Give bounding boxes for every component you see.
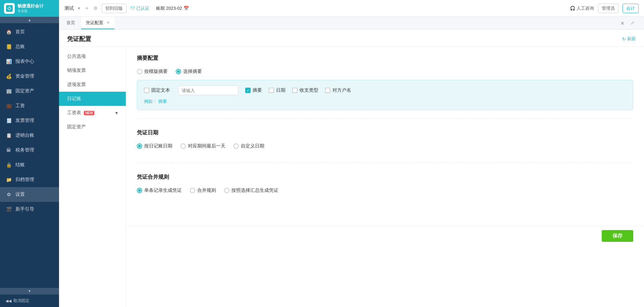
merge-radio-select-merge[interactable]: 按照选择汇总生成凭证 xyxy=(224,187,278,193)
sidebar-item-label: 结账 xyxy=(15,162,25,168)
sidebar-item-funds[interactable]: 💰 资金管理 xyxy=(0,69,59,84)
tax-icon: 🏛 xyxy=(5,147,12,154)
left-nav-purchase-invoice-label: 进项发票 xyxy=(67,82,86,87)
fixed-text-input[interactable] xyxy=(178,86,238,95)
close-panel-btn[interactable]: ✕ xyxy=(620,20,625,27)
sidebar-item-guide[interactable]: 🎬 新手引导 xyxy=(0,202,59,217)
refresh-icon: ↻ xyxy=(622,37,626,42)
assets-icon: 🏢 xyxy=(5,88,12,94)
left-nav-fixed-assets[interactable]: 固定资产 xyxy=(59,120,126,134)
date-radio-journal[interactable]: 按日记账日期 xyxy=(137,143,172,149)
sidebar-item-invoices[interactable]: 🧾 发票管理 xyxy=(0,113,59,128)
save-button[interactable]: 保存 xyxy=(602,230,633,242)
merge-radio-single[interactable]: 单条记录生成凭证 xyxy=(137,187,182,193)
sidebar-item-tax[interactable]: 🏛 税务管理 xyxy=(0,143,59,158)
calendar-icon[interactable]: 📅 xyxy=(183,6,189,11)
refresh-btn[interactable]: ↻ 刷新 xyxy=(622,36,636,42)
summary-radio-select[interactable]: 选择摘要 xyxy=(176,69,202,75)
left-nav-public[interactable]: 公共选项 xyxy=(59,49,126,63)
payment-type-checkbox xyxy=(292,88,298,93)
right-scroll: 摘要配置 按模版摘要 选择摘要 xyxy=(126,47,644,226)
sidebar-item-reports[interactable]: 📊 报表中心 xyxy=(0,54,59,69)
tab-voucher-config[interactable]: 凭证配置 ✕ xyxy=(81,17,114,29)
sidebar-scroll-up[interactable]: ▲ xyxy=(0,17,59,23)
archive-icon: 📁 xyxy=(5,176,12,183)
tab-home[interactable]: 首页 xyxy=(62,17,80,29)
accountant-btn[interactable]: 会计 xyxy=(623,4,639,13)
sidebar-item-label: 归档管理 xyxy=(15,177,34,183)
summary-title: 摘要配置 xyxy=(137,55,633,62)
left-nav-sales-invoice-label: 销项发票 xyxy=(67,68,86,73)
checkbox-counterpart[interactable]: 对方户名 xyxy=(325,87,351,93)
merge-radio-rules[interactable]: 合并规则 xyxy=(190,187,216,193)
left-nav-fixed-assets-label: 固定资产 xyxy=(67,124,86,129)
date-title: 凭证日期 xyxy=(137,129,633,136)
merge-title: 凭证合并规则 xyxy=(137,174,633,181)
topbar: 测试 ▾ ＋ ⚙ 切到旧版 🛡 已认证 账期 2023-02 📅 🎧 人工咨询 … xyxy=(59,0,644,17)
consult-label: 人工咨询 xyxy=(577,5,594,11)
tab-voucher-config-close[interactable]: ✕ xyxy=(107,20,110,25)
checkbox-payment-type[interactable]: 收支类型 xyxy=(292,87,318,93)
sidebar-item-home[interactable]: 🏠 首页 xyxy=(0,25,59,39)
left-nav-journal-label: 日记账 xyxy=(67,96,81,101)
checkbox-summary[interactable]: 摘要 xyxy=(245,87,262,93)
checkbox-fixed-text[interactable]: 固定文本 xyxy=(144,87,170,93)
date-checkbox xyxy=(269,88,274,93)
certified-status: 🛡 已认证 xyxy=(130,5,149,11)
sidebar: 畅捷通好会计 专业版 ▲ 🏠 首页 📒 总账 📊 报表中心 💰 资金管理 xyxy=(0,0,59,307)
summary-checkboxes-row: 固定文本 摘要 日期 xyxy=(144,86,626,95)
date-radio-custom[interactable]: 自定义日期 xyxy=(233,143,264,149)
workspace-settings-icon[interactable]: ⚙ xyxy=(94,6,98,11)
sidebar-item-label: 首页 xyxy=(15,29,25,35)
single-record-radio-circle xyxy=(137,188,142,193)
page-title: 凭证配置 xyxy=(67,35,91,43)
sidebar-item-label: 资金管理 xyxy=(15,73,34,79)
sidebar-item-settings[interactable]: ⚙ 设置 xyxy=(0,187,59,202)
sidebar-item-assets[interactable]: 🏢 固定资产 xyxy=(0,84,59,98)
logo-badge: 专业版 xyxy=(17,9,44,13)
switch-old-btn[interactable]: 切到旧版 xyxy=(102,4,126,13)
manager-btn[interactable]: 管理员 xyxy=(598,4,619,13)
chevron-down-icon: ▾ xyxy=(115,110,118,116)
sidebar-item-payroll[interactable]: 💼 工资 xyxy=(0,98,59,113)
refresh-label: 刷新 xyxy=(627,36,636,42)
workspace-name: 测试 xyxy=(64,5,74,11)
select-merge-label: 按照选择汇总生成凭证 xyxy=(231,187,278,193)
sidebar-item-label: 工资 xyxy=(15,103,25,109)
fixed-text-label: 固定文本 xyxy=(151,87,170,93)
payroll-icon: 💼 xyxy=(5,102,12,109)
journal-date-label: 按日记账日期 xyxy=(144,143,172,149)
fixed-text-checkbox xyxy=(144,88,149,93)
content-area: 凭证配置 ↻ 刷新 公共选项 销项发票 进项发票 xyxy=(59,30,644,307)
logo-icon xyxy=(4,3,15,14)
sidebar-item-close[interactable]: 🔒 结账 xyxy=(0,158,59,172)
summary-checkbox xyxy=(245,88,251,93)
counterpart-checkbox xyxy=(325,88,330,93)
sidebar-item-ledger[interactable]: 📒 总账 xyxy=(0,39,59,54)
left-nav-purchase-invoice[interactable]: 进项发票 xyxy=(59,78,126,92)
headphone-icon: 🎧 xyxy=(570,6,575,11)
checkbox-date[interactable]: 日期 xyxy=(269,87,285,93)
consult-btn[interactable]: 🎧 人工咨询 xyxy=(570,5,594,11)
summary-radio-template[interactable]: 按模版摘要 xyxy=(137,69,168,75)
date-radio-period-last[interactable]: 对应期间最后一天 xyxy=(180,143,225,149)
new-badge: NEW xyxy=(84,111,94,115)
cancel-fixed-btn[interactable]: ◀◀ 取消固定 xyxy=(0,294,59,307)
left-nav-sales-invoice[interactable]: 销项发票 xyxy=(59,63,126,78)
guide-icon: 🎬 xyxy=(5,206,12,213)
period-display: 账期 2023-02 📅 xyxy=(156,5,189,11)
tabbar-spacer: ✕ ⤢ xyxy=(116,17,641,29)
merge-radio-group: 单条记录生成凭证 合并规则 按照选择汇总生成凭证 xyxy=(137,187,633,193)
sidebar-item-purchase-sales[interactable]: 📋 进销台账 xyxy=(0,128,59,143)
custom-date-label: 自定义日期 xyxy=(241,143,264,149)
left-nav-journal[interactable]: 日记账 xyxy=(59,92,126,106)
expand-panel-btn[interactable]: ⤢ xyxy=(631,20,635,26)
sidebar-item-archive[interactable]: 📁 归档管理 xyxy=(0,172,59,187)
add-workspace-btn[interactable]: ＋ xyxy=(84,5,90,12)
home-icon: 🏠 xyxy=(5,29,12,35)
summary-select-label: 选择摘要 xyxy=(183,69,202,75)
sidebar-scroll-down[interactable]: ▼ xyxy=(0,288,59,294)
workspace-dropdown-icon[interactable]: ▾ xyxy=(78,6,80,11)
single-record-label: 单条记录生成凭证 xyxy=(144,187,182,193)
left-nav-payroll-table[interactable]: 工资表 NEW ▾ xyxy=(59,106,126,120)
